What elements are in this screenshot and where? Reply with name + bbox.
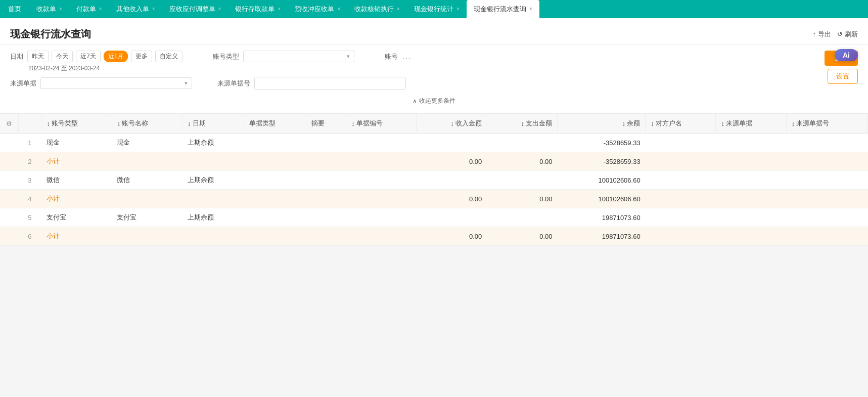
table-row: 4小计0.000.00100102606.60 [0,190,868,208]
close-icon[interactable]: × [278,0,281,18]
td-expense [487,171,557,190]
td-summary [306,152,346,171]
td-settings [0,171,18,190]
date-1month[interactable]: 近1月 [104,51,128,62]
th-date[interactable]: ↕ 日期 [182,114,244,134]
td-settings [0,152,18,171]
date-more[interactable]: 更多 [131,51,152,62]
tab-current[interactable]: 现金银行流水查询 × [467,0,539,18]
td-source-doc [716,208,786,227]
date-filter-group: 日期 昨天 今天 近7天 近1月 更多 自定义 [10,51,182,62]
td-expense: 0.00 [487,227,557,246]
tab-cash-stat[interactable]: 现金银行统计 × [407,0,467,18]
th-account-type[interactable]: ↕ 账号类型 [41,114,112,134]
td-source-doc [716,227,786,246]
td-expense [487,134,557,152]
refresh-button[interactable]: ↺ 刷新 [837,30,858,39]
tab-receipt[interactable]: 收款单 × [29,0,69,18]
td-account-name: 现金 [112,134,182,152]
th-expense[interactable]: ↕ 支出金额 [487,114,557,134]
th-doc-type: 单据类型 [244,114,306,134]
close-icon[interactable]: × [218,0,221,18]
th-source-doc-no[interactable]: ↕ 来源单据号 [786,114,867,134]
td-summary [306,227,346,246]
td-balance: -3528659.33 [558,134,646,152]
chevron-down-icon: ▾ [347,53,350,60]
th-doc-no[interactable]: ↕ 单据编号 [346,114,417,134]
chevron-down-icon-2: ▾ [185,80,188,86]
td-source-doc-no [786,208,867,227]
td-doc-no [346,208,417,227]
account-more-dots[interactable]: ... [402,52,412,61]
th-source-doc[interactable]: ↕ 来源单据 [716,114,786,134]
table-row: 5支付宝支付宝上期余额19871073.60 [0,208,868,227]
collapse-up-icon: ∧ [413,98,417,105]
td-summary [306,190,346,208]
td-doc-type [244,171,306,190]
td-seq: 1 [18,134,41,152]
collapse-filters-button[interactable]: ∧ 收起更多条件 [10,95,858,107]
tab-advance[interactable]: 预收冲应收单 × [288,0,347,18]
export-button[interactable]: ↑ 导出 [813,30,832,39]
setting-button[interactable]: 设置 [828,69,858,84]
close-icon[interactable]: × [99,0,102,18]
td-balance: 100102606.60 [558,190,646,208]
tab-bank-deposit[interactable]: 银行存取款单 × [228,0,288,18]
close-icon[interactable]: × [456,0,460,18]
date-yesterday[interactable]: 昨天 [27,51,49,62]
date-options: 昨天 今天 近7天 近1月 更多 自定义 [27,51,182,62]
th-counterparty[interactable]: ↕ 对方户名 [646,114,716,134]
tab-payment[interactable]: 付款单 × [69,0,109,18]
filter-area: 日期 昨天 今天 近7天 近1月 更多 自定义 账号类型 ▾ [0,45,868,114]
td-account-type: 支付宝 [41,208,112,227]
gear-icon[interactable]: ⚙ [6,120,12,127]
td-account-type: 小计 [41,190,112,208]
date-custom[interactable]: 自定义 [155,51,182,62]
close-icon[interactable]: × [529,0,532,18]
th-summary: 摘要 [306,114,346,134]
account-type-select[interactable]: ▾ [243,51,354,62]
td-account-name [112,152,182,171]
source-doc-num-input[interactable] [254,77,406,90]
td-counterparty [646,227,716,246]
th-balance[interactable]: ↕ 余额 [558,114,646,134]
close-icon[interactable]: × [152,0,155,18]
data-table: ⚙ ↕ 账号类型 ↕ 账号名称 ↕ [0,114,868,246]
top-navigation: 首页 收款单 × 付款单 × 其他收入单 × 应收应付调整单 × 银行存取款单 … [0,0,868,18]
td-counterparty [646,152,716,171]
td-settings [0,227,18,246]
td-source-doc [716,190,786,208]
td-income: 0.00 [417,190,487,208]
td-date: 上期余额 [182,208,244,227]
td-date [182,190,244,208]
th-income[interactable]: ↕ 收入金额 [417,114,487,134]
td-doc-type [244,190,306,208]
th-settings[interactable]: ⚙ [0,114,18,134]
th-account-name[interactable]: ↕ 账号名称 [112,114,182,134]
date-today[interactable]: 今天 [52,51,73,62]
close-icon[interactable]: × [337,0,340,18]
tab-collection[interactable]: 收款核销执行 × [347,0,407,18]
td-source-doc [716,134,786,152]
table-row: 2小计0.000.00-3528659.33 [0,152,868,171]
td-account-type: 现金 [41,134,112,152]
nav-home[interactable]: 首页 [0,5,29,14]
td-income [417,171,487,190]
refresh-icon: ↺ [837,30,843,38]
tab-arAp[interactable]: 应收应付调整单 × [162,0,229,18]
table-container: ⚙ ↕ 账号类型 ↕ 账号名称 ↕ [0,114,868,246]
ai-button[interactable]: Ai [835,49,858,61]
source-doc-select[interactable]: ▾ [40,77,192,89]
td-doc-type [244,208,306,227]
source-doc-filter-group: 来源单据 ▾ [10,77,192,89]
close-icon[interactable]: × [59,0,62,18]
td-source-doc [716,152,786,171]
td-balance: 19871073.60 [558,208,646,227]
td-source-doc-no [786,171,867,190]
date-range-display: 2023-02-24 至 2023-03-24 [28,65,100,72]
close-icon[interactable]: × [397,0,400,18]
tab-other-income[interactable]: 其他收入单 × [109,0,162,18]
td-summary [306,171,346,190]
date-7days[interactable]: 近7天 [76,51,101,62]
td-source-doc [716,171,786,190]
